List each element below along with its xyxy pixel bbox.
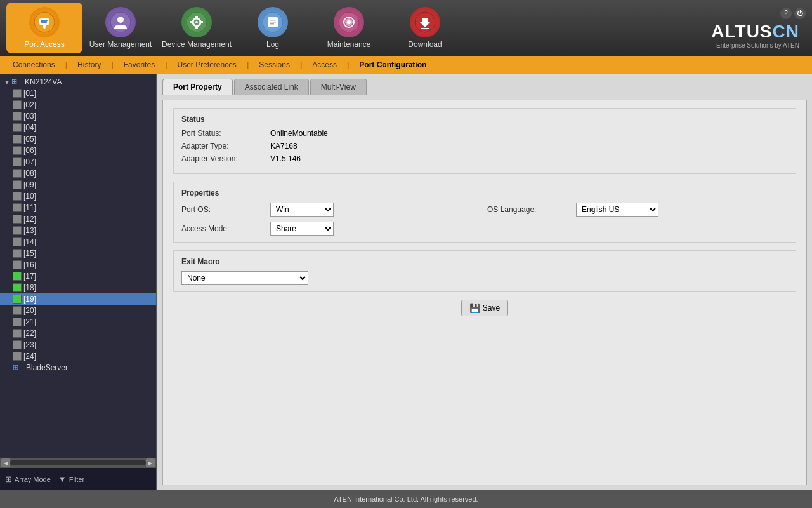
tabs-row: Port Property Associated Link Multi-View: [162, 79, 807, 95]
help-icon[interactable]: ?: [780, 8, 792, 19]
toolbar-maintenance[interactable]: Maintenance: [311, 3, 387, 53]
svg-point-6: [117, 17, 124, 23]
nav-history[interactable]: History: [70, 58, 108, 72]
svg-rect-10: [195, 16, 198, 18]
status-title: Status: [181, 115, 788, 124]
download-icon: [410, 7, 440, 37]
blade-server-icon: ⊞: [13, 363, 24, 372]
user-management-label: User Management: [89, 40, 152, 49]
svg-rect-16: [270, 20, 276, 21]
tree-view: ▼ ⊞ KN2124VA [01] [02] [03] [04] [05] [0…: [0, 74, 156, 458]
tree-node-04[interactable]: [04]: [0, 122, 156, 133]
nav-favorites[interactable]: Favorites: [116, 58, 162, 72]
toolbar-log[interactable]: Log: [235, 3, 311, 53]
tree-node-01[interactable]: [01]: [0, 88, 156, 99]
port-icon-10: [13, 192, 22, 201]
port-icon-09: [13, 180, 22, 189]
properties-section: Properties Port OS: Win Mac Sun Other OS…: [173, 182, 796, 243]
nav-access[interactable]: Access: [304, 58, 344, 72]
tree-node-11[interactable]: [11]: [0, 202, 156, 213]
port-icon-21: [13, 318, 22, 326]
tree-node-16[interactable]: [16]: [0, 259, 156, 271]
port-icon-20: [13, 306, 22, 315]
port-os-select[interactable]: Win Mac Sun Other: [270, 203, 334, 217]
power-icon[interactable]: ⏻: [794, 8, 806, 19]
toolbar-port-access[interactable]: Port Access: [6, 3, 82, 53]
tree-node-19[interactable]: [19]: [0, 293, 156, 305]
port-label-04: [04]: [23, 123, 36, 132]
tab-multi-view[interactable]: Multi-View: [310, 79, 367, 95]
maintenance-label: Maintenance: [327, 40, 371, 49]
tree-node-17[interactable]: [17]: [0, 271, 156, 282]
toolbar-device-management[interactable]: Device Management: [159, 3, 235, 53]
port-icon-07: [13, 157, 22, 166]
port-access-label: Port Access: [24, 40, 64, 49]
port-label-18: [18]: [23, 283, 36, 292]
tree-node-12[interactable]: [12]: [0, 213, 156, 225]
port-label-13: [13]: [23, 226, 36, 235]
tree-node-09[interactable]: [09]: [0, 179, 156, 190]
tree-expand-root[interactable]: ▼: [3, 77, 11, 86]
status-bar-text: ATEN International Co. Ltd. All rights r…: [334, 495, 478, 503]
tree-node-03[interactable]: [03]: [0, 110, 156, 122]
toolbar-user-management[interactable]: User Management: [82, 3, 159, 53]
left-panel: ▼ ⊞ KN2124VA [01] [02] [03] [04] [05] [0…: [0, 74, 157, 490]
tab-associated-link[interactable]: Associated Link: [234, 79, 309, 95]
array-mode-btn[interactable]: ⊞ Array Mode: [5, 474, 51, 484]
port-label-24: [24]: [23, 352, 36, 361]
left-panel-bottom: ⊞ Array Mode ▼ Filter: [0, 468, 156, 490]
tree-node-13[interactable]: [13]: [0, 225, 156, 236]
tree-root[interactable]: ▼ ⊞ KN2124VA: [0, 76, 156, 88]
tree-node-08[interactable]: [08]: [0, 168, 156, 179]
port-label-19: [19]: [23, 295, 36, 304]
port-icon-13: [13, 226, 22, 235]
filter-btn[interactable]: ▼ Filter: [58, 474, 84, 484]
port-label-15: [15]: [23, 249, 36, 258]
tree-node-06[interactable]: [06]: [0, 145, 156, 156]
content-panel: Status Port Status: OnlineMountable Adap…: [162, 100, 807, 485]
tree-node-24[interactable]: [24]: [0, 351, 156, 362]
tree-node-22[interactable]: [22]: [0, 328, 156, 339]
tree-blade-server[interactable]: ⊞ BladeServer: [0, 362, 156, 373]
save-button[interactable]: 💾 Save: [461, 300, 508, 316]
nav-user-preferences[interactable]: User Preferences: [170, 58, 244, 72]
exit-macro-select[interactable]: None: [181, 271, 308, 285]
tree-node-21[interactable]: [21]: [0, 316, 156, 328]
nav-port-configuration[interactable]: Port Configuration: [351, 58, 434, 72]
port-label-01: [01]: [23, 89, 36, 98]
nav-connections[interactable]: Connections: [5, 58, 63, 72]
port-label-08: [08]: [23, 169, 36, 178]
horizontal-scrollbar[interactable]: ◀ ▶: [0, 458, 156, 468]
svg-rect-12: [190, 21, 193, 23]
port-label-05: [05]: [23, 135, 36, 144]
tree-node-14[interactable]: [14]: [0, 236, 156, 248]
save-icon: 💾: [469, 303, 480, 313]
port-icon-15: [13, 249, 22, 258]
port-os-label: Port OS:: [181, 205, 270, 214]
scroll-right-btn[interactable]: ▶: [146, 458, 155, 467]
tree-node-07[interactable]: [07]: [0, 156, 156, 168]
filter-icon: ▼: [58, 474, 67, 484]
tree-node-15[interactable]: [15]: [0, 248, 156, 259]
scroll-left-btn[interactable]: ◀: [1, 458, 10, 467]
server-icon: ⊞: [11, 77, 23, 86]
port-icon-11: [13, 203, 22, 212]
tree-node-20[interactable]: [20]: [0, 305, 156, 316]
toolbar-download[interactable]: Download: [387, 3, 463, 53]
tree-node-05[interactable]: [05]: [0, 133, 156, 145]
port-icon-12: [13, 215, 22, 224]
save-label: Save: [483, 304, 500, 312]
tab-port-property[interactable]: Port Property: [162, 79, 233, 95]
svg-rect-18: [270, 23, 274, 25]
nav-sessions[interactable]: Sessions: [251, 58, 298, 72]
tree-node-10[interactable]: [10]: [0, 190, 156, 202]
port-status-row: Port Status: OnlineMountable: [181, 129, 788, 138]
os-language-select[interactable]: English US French German Japanese Spanis…: [576, 203, 658, 217]
main-area: ▼ ⊞ KN2124VA [01] [02] [03] [04] [05] [0…: [0, 74, 812, 490]
tree-node-02[interactable]: [02]: [0, 99, 156, 110]
tree-node-23[interactable]: [23]: [0, 339, 156, 351]
port-label-23: [23]: [23, 340, 36, 349]
tree-node-18[interactable]: [18]: [0, 282, 156, 293]
access-mode-select[interactable]: Share Exclusive Occupy: [270, 222, 334, 236]
svg-rect-17: [270, 22, 276, 23]
